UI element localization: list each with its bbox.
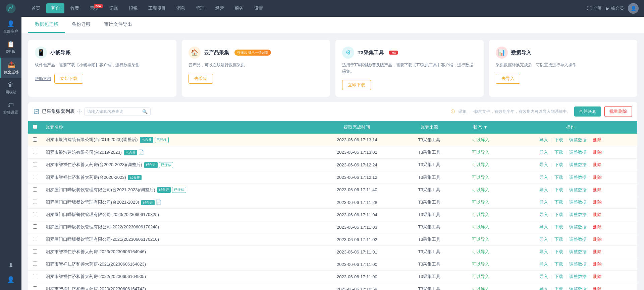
row-checkbox[interactable] bbox=[33, 150, 37, 154]
adjust-btn[interactable]: 调整数据 bbox=[569, 137, 587, 142]
adjust-btn[interactable]: 调整数据 bbox=[569, 262, 587, 267]
delete-btn[interactable]: 删除 bbox=[593, 175, 602, 180]
row-checkbox[interactable] bbox=[33, 200, 37, 204]
row-checkbox[interactable] bbox=[33, 175, 37, 179]
sidebar-item-zero-report[interactable]: 📋 0申报 bbox=[0, 37, 21, 58]
select-all-checkbox[interactable] bbox=[33, 125, 37, 129]
adjust-btn[interactable]: 调整数据 bbox=[569, 237, 587, 242]
fullscreen-btn[interactable]: ⛶ 全屏 bbox=[587, 5, 602, 11]
download-t3-btn[interactable]: 立即下载 bbox=[342, 80, 371, 90]
nav-service[interactable]: 服务 bbox=[230, 3, 248, 13]
import-btn[interactable]: 导入 bbox=[539, 137, 548, 142]
adjust-btn[interactable]: 调整数据 bbox=[569, 162, 587, 167]
adjust-btn[interactable]: 调整数据 bbox=[569, 249, 587, 254]
delete-btn[interactable]: 删除 bbox=[593, 249, 602, 254]
download-now-btn[interactable]: 立即下载 bbox=[54, 74, 83, 84]
sidebar-item-account-migration[interactable]: 📤 账套迁移 bbox=[0, 58, 21, 78]
download-btn[interactable]: 下载 bbox=[554, 262, 563, 267]
import-btn[interactable]: 导入 bbox=[539, 212, 548, 217]
delete-btn[interactable]: 删除 bbox=[593, 137, 602, 142]
batch-delete-btn[interactable]: 批量删除 bbox=[604, 106, 632, 117]
download-btn[interactable]: 下载 bbox=[554, 175, 563, 180]
import-btn[interactable]: 导入 bbox=[539, 262, 548, 267]
sidebar-item-tag-settings[interactable]: 🏷 标签设置 bbox=[0, 98, 21, 118]
sidebar-item-recycle[interactable]: 🗑 回收站 bbox=[0, 78, 21, 98]
row-checkbox[interactable] bbox=[33, 162, 37, 166]
row-checkbox[interactable] bbox=[33, 137, 37, 142]
nav-operation[interactable]: 经营 bbox=[211, 3, 229, 13]
delete-btn[interactable]: 删除 bbox=[593, 224, 602, 229]
tab-data-migration[interactable]: 数据包迁移 bbox=[28, 17, 65, 33]
download-btn[interactable]: 下载 bbox=[554, 237, 563, 242]
import-btn[interactable]: 导入 bbox=[539, 249, 548, 254]
row-checkbox[interactable] bbox=[33, 224, 37, 229]
row-checkbox[interactable] bbox=[33, 237, 37, 241]
adjust-btn[interactable]: 调整数据 bbox=[569, 212, 587, 217]
nav-tax[interactable]: 报税 bbox=[124, 3, 142, 13]
adjust-btn[interactable]: 调整数据 bbox=[569, 224, 587, 229]
nav-manage[interactable]: 管理 bbox=[191, 3, 209, 13]
nav-message[interactable]: 消息 bbox=[172, 3, 190, 13]
download-btn[interactable]: 下载 bbox=[554, 224, 563, 229]
delete-btn[interactable]: 删除 bbox=[593, 274, 602, 279]
import-btn[interactable]: 导入 bbox=[539, 150, 548, 155]
import-btn[interactable]: 导入 bbox=[539, 224, 548, 229]
row-checkbox[interactable] bbox=[33, 262, 37, 266]
adjust-btn[interactable]: 调整数据 bbox=[569, 286, 587, 290]
import-btn[interactable]: 导入 bbox=[539, 274, 548, 279]
row-checkbox[interactable] bbox=[33, 274, 37, 278]
search-icon[interactable]: 🔍 bbox=[142, 109, 148, 114]
import-btn[interactable]: 导入 bbox=[539, 286, 548, 290]
import-btn[interactable]: 导入 bbox=[539, 187, 548, 192]
help-doc-btn[interactable]: 帮助文档 bbox=[35, 76, 51, 82]
download-btn[interactable]: 下载 bbox=[554, 162, 563, 167]
sidebar-item-all-clients[interactable]: 👤 全部客户 bbox=[0, 17, 21, 37]
tab-audit-export[interactable]: 审计文件导出 bbox=[97, 17, 139, 33]
row-checkbox[interactable] bbox=[33, 286, 37, 290]
help-icon[interactable]: ⓘ bbox=[77, 109, 82, 115]
import-btn[interactable]: 导入 bbox=[539, 237, 548, 242]
go-collect-btn[interactable]: 去采集 bbox=[189, 74, 213, 84]
adjust-btn[interactable]: 调整数据 bbox=[569, 175, 587, 180]
adjust-btn[interactable]: 调整数据 bbox=[569, 150, 587, 155]
tab-backup-migration[interactable]: 备份迁移 bbox=[65, 17, 97, 33]
delete-btn[interactable]: 删除 bbox=[593, 187, 602, 192]
adjust-btn[interactable]: 调整数据 bbox=[569, 187, 587, 192]
nav-business[interactable]: 工商项目 bbox=[144, 3, 170, 13]
user-avatar[interactable]: 👤 bbox=[628, 3, 639, 14]
nav-billing[interactable]: 收费 bbox=[66, 3, 84, 13]
refresh-icon[interactable]: 🔄 bbox=[34, 109, 39, 114]
row-checkbox[interactable] bbox=[33, 212, 37, 216]
download-btn[interactable]: 下载 bbox=[554, 137, 563, 142]
adjust-btn[interactable]: 调整数据 bbox=[569, 200, 587, 205]
download-btn[interactable]: 下载 bbox=[554, 212, 563, 217]
member-btn[interactable]: ▶ 畅会员 bbox=[606, 5, 624, 11]
nav-accounting[interactable]: 记账 bbox=[105, 3, 123, 13]
download-btn[interactable]: 下载 bbox=[554, 200, 563, 205]
delete-btn[interactable]: 删除 bbox=[593, 286, 602, 290]
delete-btn[interactable]: 删除 bbox=[593, 212, 602, 217]
go-import-btn[interactable]: 去导入 bbox=[496, 74, 520, 84]
import-btn[interactable]: 导入 bbox=[539, 200, 548, 205]
nav-client[interactable]: 客户 bbox=[46, 3, 64, 13]
delete-btn[interactable]: 删除 bbox=[593, 150, 602, 155]
nav-home[interactable]: 首页 bbox=[27, 3, 45, 13]
col-status[interactable]: 状态 ▼ bbox=[457, 121, 504, 134]
delete-btn[interactable]: 删除 bbox=[593, 162, 602, 167]
delete-btn[interactable]: 删除 bbox=[593, 200, 602, 205]
delete-btn[interactable]: 删除 bbox=[593, 237, 602, 242]
row-checkbox[interactable] bbox=[33, 187, 37, 192]
download-btn[interactable]: 下载 bbox=[554, 274, 563, 279]
nav-settings[interactable]: 设置 bbox=[250, 3, 268, 13]
search-input[interactable] bbox=[87, 109, 141, 114]
download-btn[interactable]: 下载 bbox=[554, 187, 563, 192]
delete-btn[interactable]: 删除 bbox=[593, 262, 602, 267]
download-btn[interactable]: 下载 bbox=[554, 150, 563, 155]
merge-account-btn[interactable]: 合并账套 bbox=[574, 106, 601, 117]
adjust-btn[interactable]: 调整数据 bbox=[569, 274, 587, 279]
download-btn[interactable]: 下载 bbox=[554, 286, 563, 290]
import-btn[interactable]: 导入 bbox=[539, 162, 548, 167]
sidebar-item-download[interactable]: ⬇ bbox=[0, 259, 21, 273]
sidebar-item-user[interactable]: 👤 bbox=[0, 273, 21, 287]
download-btn[interactable]: 下载 bbox=[554, 249, 563, 254]
